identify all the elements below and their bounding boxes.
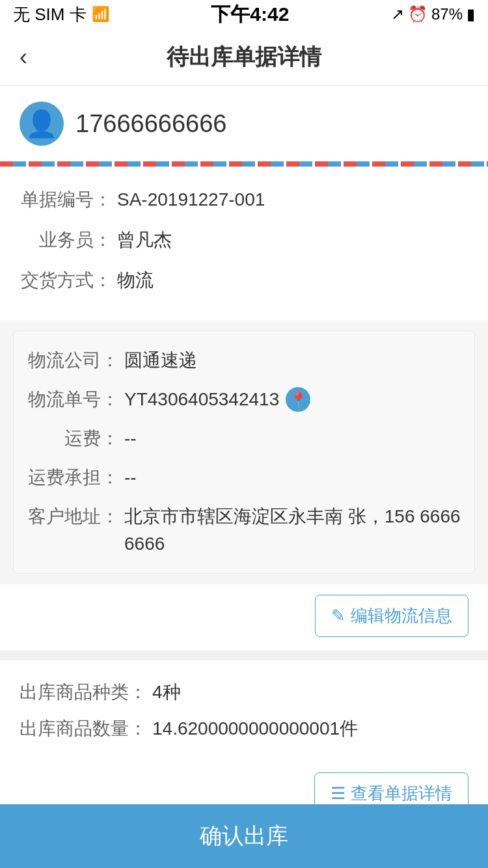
logistics-freight-row: 运费： -- xyxy=(27,425,461,452)
location-icon: ↗ xyxy=(391,5,404,23)
salesman-value: 曾凡杰 xyxy=(117,226,468,254)
logistics-company-value: 圆通速递 xyxy=(124,347,461,374)
wifi-icon: 📶 xyxy=(92,6,109,23)
salesman-label: 业务员： xyxy=(20,226,117,254)
list-icon: ☰ xyxy=(331,783,346,804)
goods-types-value: 4种 xyxy=(152,680,181,705)
logistics-company-row: 物流公司： 圆通速递 xyxy=(27,347,461,374)
goods-section: 出库商品种类： 4种 出库商品数量： 14.6200000000000001件 xyxy=(0,660,488,766)
alarm-icon: ⏰ xyxy=(408,5,427,23)
logistics-address-row: 客户地址： 北京市市辖区海淀区永丰南 张，156 6666 6666 xyxy=(27,503,461,558)
status-right: ↗ ⏰ 87% ▮ xyxy=(391,5,475,23)
document-no-row: 单据编号： SA-20191227-001 xyxy=(20,186,468,213)
logistics-tracking-label: 物流单号： xyxy=(27,386,124,413)
edit-icon: ✎ xyxy=(331,606,346,626)
goods-quantity-label: 出库商品数量： xyxy=(20,716,152,741)
tracking-number: YT4306405342413 xyxy=(124,386,279,413)
nav-bar: ‹ 待出库单据详情 xyxy=(0,29,488,86)
order-info-section: 单据编号： SA-20191227-001 业务员： 曾凡杰 交货方式： 物流 xyxy=(0,167,488,320)
page-title: 待出库单据详情 xyxy=(167,42,321,72)
logistics-address-label: 客户地址： xyxy=(27,503,124,530)
delivery-method-value: 物流 xyxy=(117,267,468,294)
view-btn-label: 查看单据详情 xyxy=(351,782,452,805)
delivery-method-label: 交货方式： xyxy=(20,267,117,294)
status-left: 无 SIM 卡 📶 xyxy=(13,3,109,26)
edit-btn-wrapper: ✎ 编辑物流信息 xyxy=(0,584,488,650)
logistics-tracking-value: YT4306405342413 📍 xyxy=(124,386,461,413)
customer-phone: 17666666666 xyxy=(75,110,226,138)
logistics-freight-label: 运费： xyxy=(27,425,124,452)
logistics-freight-bear-value: -- xyxy=(124,464,461,491)
logistics-address-value: 北京市市辖区海淀区永丰南 张，156 6666 6666 xyxy=(124,503,461,558)
status-time: 下午4:42 xyxy=(211,1,289,28)
goods-quantity-row: 出库商品数量： 14.6200000000000001件 xyxy=(20,716,468,741)
logistics-freight-bear-row: 运费承担： -- xyxy=(27,464,461,491)
section-separator xyxy=(0,650,488,660)
document-no-label: 单据编号： xyxy=(20,186,117,213)
dashed-divider xyxy=(0,161,488,167)
logistics-tracking-row: 物流单号： YT4306405342413 📍 xyxy=(27,386,461,413)
avatar: 👤 xyxy=(20,102,64,146)
tracking-location-button[interactable]: 📍 xyxy=(286,387,310,412)
battery-icon: ▮ xyxy=(467,5,475,23)
document-no-value: SA-20191227-001 xyxy=(117,186,468,213)
goods-types-row: 出库商品种类： 4种 xyxy=(20,680,468,705)
goods-quantity-value: 14.6200000000000001件 xyxy=(152,716,358,741)
logistics-card: 物流公司： 圆通速递 物流单号： YT4306405342413 📍 运费： -… xyxy=(13,331,475,574)
confirm-btn-wrapper: 确认出库 xyxy=(0,804,488,868)
avatar-icon: 👤 xyxy=(25,109,58,139)
status-bar: 无 SIM 卡 📶 下午4:42 ↗ ⏰ 87% ▮ xyxy=(0,0,488,29)
customer-header: 👤 17666666666 xyxy=(0,86,488,161)
logistics-freight-bear-label: 运费承担： xyxy=(27,464,124,491)
edit-logistics-button[interactable]: ✎ 编辑物流信息 xyxy=(315,595,468,637)
logistics-freight-value: -- xyxy=(124,425,461,452)
edit-btn-label: 编辑物流信息 xyxy=(351,604,452,627)
logistics-company-label: 物流公司： xyxy=(27,347,124,374)
confirm-button[interactable]: 确认出库 xyxy=(0,821,488,851)
salesman-row: 业务员： 曾凡杰 xyxy=(20,226,468,254)
back-button[interactable]: ‹ xyxy=(20,44,27,71)
delivery-method-row: 交货方式： 物流 xyxy=(20,267,468,294)
goods-types-label: 出库商品种类： xyxy=(20,680,152,705)
pin-icon: 📍 xyxy=(290,389,307,411)
carrier-label: 无 SIM 卡 xyxy=(13,3,87,26)
battery-label: 87% xyxy=(431,5,463,23)
